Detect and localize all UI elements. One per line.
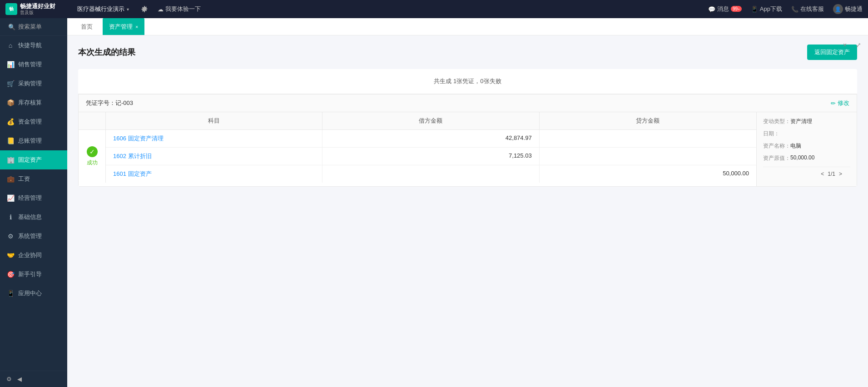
expand-panel-button[interactable]: ⤢ <box>853 40 863 50</box>
sidebar-item-guide[interactable]: 🎯 新手引导 <box>0 265 67 284</box>
credit-cell-3: 50,000.00 <box>540 165 756 183</box>
settings-bottom-icon: ⚙ <box>6 376 12 382</box>
sidebar-item-sales[interactable]: 📊 销售管理 <box>0 55 67 74</box>
edit-label: 修改 <box>838 99 849 107</box>
voucher-number: 凭证字号：记-003 <box>86 99 133 107</box>
money-icon: 💰 <box>6 118 15 125</box>
debit-cell-1: 42,874.97 <box>322 130 539 147</box>
user-label: 畅捷通 <box>845 5 863 13</box>
tab-asset-mgmt[interactable]: 资产管理 × <box>103 18 144 35</box>
sidebar-item-finance[interactable]: 💰 资金管理 <box>0 112 67 131</box>
sidebar-item-system[interactable]: ⚙ 系统管理 <box>0 227 67 246</box>
debit-cell-2: 7,125.03 <box>322 148 539 165</box>
sidebar-item-basic-info[interactable]: ℹ 基础信息 <box>0 208 67 227</box>
sidebar-item-ledger[interactable]: 📒 总账管理 <box>0 131 67 150</box>
chevron-down-icon: ▾ <box>127 7 129 12</box>
experience-button[interactable]: ☁ 我要体验一下 <box>158 5 201 13</box>
online-service-label: 在线客服 <box>800 5 824 13</box>
sidebar-item-app-center[interactable]: 📱 应用中心 <box>0 284 67 303</box>
subject-cell-3[interactable]: 1601 固定资产 <box>106 165 322 183</box>
company-selector[interactable]: 医疗器械行业演示 ▾ <box>77 5 129 13</box>
result-panel: 共生成 1张凭证，0张失败 凭证字号：记-003 ✏ 修改 <box>78 69 857 187</box>
messages-button[interactable]: 💬 消息 99+ <box>708 5 742 13</box>
user-profile-button[interactable]: 👤 畅捷通 <box>833 4 863 14</box>
sidebar-item-label: 库存核算 <box>18 99 42 107</box>
apps-icon: 📱 <box>6 290 15 297</box>
credit-cell-1 <box>540 130 756 147</box>
logo-text: 畅捷通好业财 普及版 <box>20 3 55 15</box>
app-download-label: App下载 <box>760 5 782 13</box>
sidebar-item-label: 固定资产 <box>18 156 42 164</box>
tab-home-label: 首页 <box>81 23 93 31</box>
date-row: 日期： <box>763 130 850 138</box>
sidebar-item-label: 企业协同 <box>18 251 42 259</box>
col-debit: 借方金额 <box>322 112 539 129</box>
cart-icon: 🛒 <box>6 80 15 87</box>
search-icon: 🔍 <box>8 24 15 30</box>
table-rows: 1606 固定资产清理 42,874.97 1602 累计折旧 7,125.03 <box>106 130 756 183</box>
sidebar-item-operations[interactable]: 📈 经营管理 <box>0 189 67 208</box>
app-subtitle: 普及版 <box>20 10 55 15</box>
sidebar-item-payroll[interactable]: 💼 工资 <box>0 169 67 189</box>
original-value-row: 资产原值： 50,000.00 <box>763 154 850 162</box>
voucher-header: 凭证字号：记-003 ✏ 修改 <box>79 94 857 112</box>
sidebar-item-purchase[interactable]: 🛒 采购管理 <box>0 74 67 93</box>
date-label: 日期： <box>763 130 790 138</box>
original-value-label: 资产原值： <box>763 154 790 162</box>
cloud-icon: ☁ <box>158 6 164 13</box>
sidebar-item-enterprise[interactable]: 🤝 企业协同 <box>0 246 67 265</box>
sidebar-item-label: 系统管理 <box>18 232 42 240</box>
subject-cell-1[interactable]: 1606 固定资产清理 <box>106 130 322 147</box>
gear-icon: ⚙ <box>6 233 15 240</box>
sidebar-item-label: 资金管理 <box>18 118 42 126</box>
home-icon: ⌂ <box>6 42 15 49</box>
sidebar-item-label: 工资 <box>18 175 30 183</box>
app-title: 畅捷通好业财 <box>20 3 55 10</box>
tab-home[interactable]: 首页 <box>74 18 99 35</box>
sidebar: 🔍 搜索菜单 ⌂ 快捷导航 📊 销售管理 🛒 采购管理 📦 库存核算 💰 资金管… <box>0 18 67 387</box>
sidebar-search-label: 搜索菜单 <box>18 23 42 31</box>
tab-close-icon[interactable]: × <box>135 24 138 30</box>
sidebar-item-label: 销售管理 <box>18 60 42 69</box>
table-row: 1602 累计折旧 7,125.03 <box>106 148 756 165</box>
collapse-icon[interactable]: ◀ <box>17 376 22 382</box>
sidebar-bottom[interactable]: ⚙ ◀ <box>0 371 67 387</box>
credit-cell-2 <box>540 148 756 165</box>
change-type-label: 变动类型： <box>763 118 790 125</box>
box-icon: 📦 <box>6 99 15 106</box>
panel-controls: × ⤢ <box>840 40 863 50</box>
handshake-icon: 🤝 <box>6 252 15 259</box>
subject-cell-2[interactable]: 1602 累计折旧 <box>106 148 322 165</box>
sidebar-item-quick-nav[interactable]: ⌂ 快捷导航 <box>0 36 67 55</box>
next-page-button[interactable]: > <box>839 171 842 177</box>
edit-voucher-button[interactable]: ✏ 修改 <box>831 99 849 107</box>
header-settings-button[interactable] <box>138 3 151 15</box>
voucher-table: 科目 借方金额 贷方金额 ✓ 成功 <box>79 112 757 186</box>
download-icon: 📱 <box>751 6 758 13</box>
change-type-row: 变动类型： 资产清理 <box>763 118 850 125</box>
table-row: 1601 固定资产 50,000.00 <box>106 165 756 183</box>
building-icon: 🏢 <box>6 156 15 164</box>
logo-icon: 畅 <box>5 3 17 15</box>
sidebar-item-fixed-assets[interactable]: 🏢 固定资产 <box>0 150 67 169</box>
sidebar-item-label: 总账管理 <box>18 137 42 145</box>
trend-icon: 📈 <box>6 194 15 202</box>
app-download-button[interactable]: 📱 App下载 <box>751 5 782 13</box>
sidebar-search[interactable]: 🔍 搜索菜单 <box>0 18 67 36</box>
payroll-icon: 💼 <box>6 175 15 183</box>
sidebar-item-label: 经营管理 <box>18 194 42 202</box>
status-column: ✓ 成功 <box>79 130 106 183</box>
page-title-bar: 本次生成的结果 返回固定资产 <box>78 45 857 60</box>
table-row: 1606 固定资产清理 42,874.97 <box>106 130 756 148</box>
company-name: 医疗器械行业演示 <box>77 5 124 13</box>
close-panel-button[interactable]: × <box>840 40 850 50</box>
sidebar-item-label: 基础信息 <box>18 213 42 221</box>
asset-name-label: 资产名称： <box>763 142 790 150</box>
voucher-info-panel: 变动类型： 资产清理 日期： 资产名称： 电脑 <box>757 112 857 186</box>
prev-page-button[interactable]: < <box>821 171 824 177</box>
sidebar-item-inventory[interactable]: 📦 库存核算 <box>0 93 67 112</box>
original-value-value: 50,000.00 <box>790 154 814 161</box>
table-header: 科目 借方金额 贷方金额 <box>79 112 756 130</box>
tab-asset-mgmt-label: 资产管理 <box>109 23 133 31</box>
online-service-button[interactable]: 📞 在线客服 <box>791 5 824 13</box>
